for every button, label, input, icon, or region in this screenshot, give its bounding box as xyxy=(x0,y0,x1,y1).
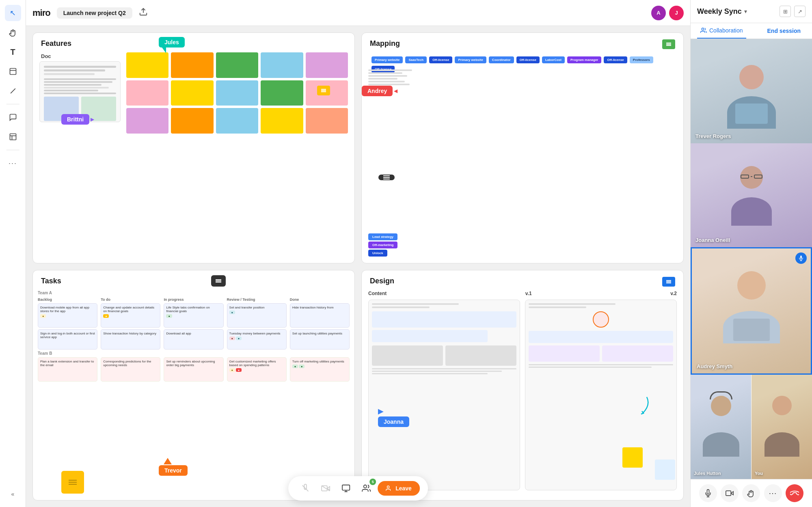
cursor-andrey: Andrey ◀ xyxy=(362,86,393,96)
screen-share-button[interactable] xyxy=(337,479,355,497)
topbar-right: A J xyxy=(651,6,684,20)
sidebar-collapse[interactable]: « xyxy=(5,486,21,502)
video-row-bottom: Jules Hutton You xyxy=(691,375,812,479)
tool-more[interactable]: ··· xyxy=(5,155,21,171)
leave-label: Leave xyxy=(395,485,412,492)
chat-bubble-yellow xyxy=(317,86,330,95)
mapping-diagram: Primary website SaasTech Off-license Pri… xyxy=(368,53,677,257)
video-name-jules: Jules Hutton xyxy=(694,471,721,476)
panel-popout-icon[interactable]: ↗ xyxy=(794,6,806,17)
svg-point-15 xyxy=(387,486,389,488)
svg-rect-22 xyxy=(726,491,731,496)
svg-line-2 xyxy=(11,88,15,93)
kanban-col-b-todo: Corresponding predictions for the upcomi… xyxy=(101,357,160,382)
video-name-audrey: Audrey Smyth xyxy=(697,363,732,369)
panel-controls: ⋯ xyxy=(691,479,812,507)
kanban-col-b-inprogress: Set up reminders about upcoming order bi… xyxy=(164,357,223,382)
collaboration-tab-label: Collaboration xyxy=(709,27,743,34)
tool-sticky[interactable] xyxy=(5,63,21,80)
mic-toggle-button[interactable] xyxy=(296,479,314,497)
video-name-you: You xyxy=(755,471,763,476)
tool-line[interactable] xyxy=(5,83,21,99)
upload-button[interactable] xyxy=(139,7,148,18)
design-title: Design xyxy=(370,277,394,285)
team-a-label: Team A xyxy=(38,291,350,295)
kanban-col-backlog: Download mobile app from all app stores … xyxy=(38,303,97,350)
features-section: Features Doc xyxy=(32,32,355,263)
kanban-col-b-backlog: Plan a bank extension and transfer to th… xyxy=(38,357,97,382)
svg-point-14 xyxy=(364,485,367,488)
kanban-col-done: Hide transaction history from Set up lau… xyxy=(290,303,350,350)
video-audrey: Audrey Smyth xyxy=(691,247,812,375)
miro-logo: miro xyxy=(32,8,50,18)
cursor-trevor: Trevor xyxy=(159,458,188,476)
design-sticky-2 xyxy=(655,460,675,480)
tasks-title: Tasks xyxy=(41,277,61,285)
end-session-button[interactable]: End session xyxy=(762,24,806,37)
chat-bubble-dark xyxy=(211,275,226,287)
tab-collaboration[interactable]: Collaboration xyxy=(697,23,746,39)
video-you: You xyxy=(752,375,812,479)
svg-rect-3 xyxy=(10,134,16,140)
chat-bubble-blue-design xyxy=(662,277,675,287)
canvas-chat-center xyxy=(378,175,395,180)
panel-layout-icon[interactable]: ⊞ xyxy=(780,6,791,17)
project-title[interactable]: Launch new project Q2 xyxy=(57,7,132,19)
tasks-section: Tasks Team A Backlog To do In progress R… xyxy=(32,270,355,501)
video-name-joanna: Joanna Oneill xyxy=(695,237,730,243)
svg-line-10 xyxy=(322,486,330,491)
panel-header: Weekly Sync ▾ ⊞ ↗ xyxy=(691,0,812,23)
participants-count: 5 xyxy=(369,479,376,485)
kanban-col-b-done: Turn off marketing utilities payments●● xyxy=(290,357,350,382)
panel-more-button[interactable]: ⋯ xyxy=(764,484,782,502)
tool-frame[interactable] xyxy=(5,129,21,145)
mapping-section: Mapping Andrey ◀ Primary website SaasTec… xyxy=(361,32,684,263)
panel-session-name: Weekly Sync xyxy=(697,7,742,16)
svg-point-16 xyxy=(702,28,704,30)
sidebar-tools: ↖ T ··· « xyxy=(0,0,26,507)
participants-button[interactable]: 5 xyxy=(357,479,375,497)
sticky-grid xyxy=(126,52,348,134)
svg-marker-21 xyxy=(731,492,733,495)
tool-text[interactable]: T xyxy=(5,44,21,60)
cursor-joanna: ▶ Joanna xyxy=(378,407,409,427)
kanban-col-todo: Change and update account details on fin… xyxy=(101,303,160,350)
tool-select[interactable]: ↖ xyxy=(5,5,21,21)
doc-label: Doc xyxy=(41,53,51,59)
design-arrow xyxy=(618,393,651,419)
svg-line-7 xyxy=(302,485,309,492)
cursor-jules: Jules xyxy=(159,37,185,53)
avatar-user1: A xyxy=(651,6,666,20)
kanban-col-inprogress: Life Style tabs confirmation on financia… xyxy=(164,303,223,350)
tool-comment[interactable] xyxy=(5,109,21,125)
panel-mic-button[interactable] xyxy=(699,484,717,502)
camera-toggle-button[interactable] xyxy=(317,479,335,497)
design-section: Design Content v.1 v.2 xyxy=(361,270,684,501)
tool-hand[interactable] xyxy=(5,24,21,41)
doc-preview xyxy=(39,61,121,122)
topbar: miro Launch new project Q2 A J xyxy=(26,0,690,26)
video-name-trever: Trever Rogers xyxy=(695,133,731,139)
design-sticky-1 xyxy=(622,447,643,468)
canvas[interactable]: Features Doc xyxy=(26,26,690,507)
video-grid: Trever Rogers Joanna xyxy=(691,39,812,479)
features-title: Features xyxy=(41,39,71,48)
panel-dropdown-icon[interactable]: ▾ xyxy=(744,8,747,15)
video-joanna: Joanna Oneill xyxy=(691,143,812,248)
avatar-user2: J xyxy=(669,6,684,20)
cursor-brittni: Brittni ▶ xyxy=(61,114,89,125)
video-jules: Jules Hutton xyxy=(691,375,752,479)
svg-rect-11 xyxy=(342,485,350,490)
svg-rect-0 xyxy=(10,69,16,75)
video-trever: Trever Rogers xyxy=(691,39,812,143)
leave-button[interactable]: Leave xyxy=(378,481,420,496)
kanban-col-b-review: Get customized marketing offers based on… xyxy=(227,357,287,382)
panel-hand-button[interactable] xyxy=(742,484,760,502)
panel-tabs: Collaboration End session xyxy=(691,23,812,39)
mapping-title: Mapping xyxy=(370,39,400,48)
bottom-toolbar: 5 Leave xyxy=(288,476,428,501)
panel-end-call-button[interactable] xyxy=(786,484,803,502)
right-panel: Weekly Sync ▾ ⊞ ↗ Collaboration End sess… xyxy=(690,0,812,507)
panel-camera-button[interactable] xyxy=(721,484,739,502)
tool-separator xyxy=(6,104,19,104)
